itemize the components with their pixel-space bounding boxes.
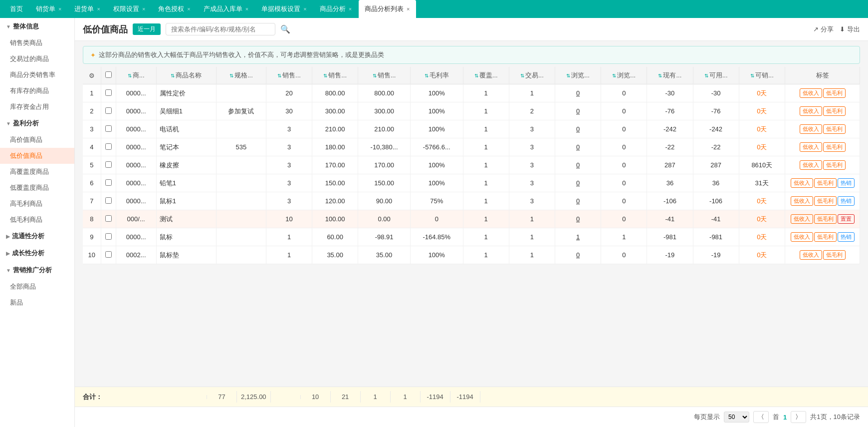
nav-permission[interactable]: 权限设置 ×: [107, 0, 151, 18]
view1-link[interactable]: 0: [576, 161, 580, 169]
search-icon[interactable]: 🔍: [280, 24, 290, 34]
last-page-button[interactable]: 〉: [791, 411, 806, 423]
close-icon[interactable]: ×: [349, 6, 352, 12]
sidebar-group-liquidity[interactable]: ▶ 流通性分析: [0, 228, 74, 245]
close-icon[interactable]: ×: [407, 6, 410, 12]
nav-product-analysis[interactable]: 商品分析 ×: [314, 0, 358, 18]
col-spec[interactable]: ⇅规格...: [216, 67, 266, 84]
sidebar-item-low-coverage[interactable]: 低覆盖度商品: [0, 180, 74, 196]
data-table-container[interactable]: ⚙ ⇅商... ⇅商品名称 ⇅规格... ⇅销售... ⇅销售... ⇅销售..…: [83, 67, 860, 387]
sidebar-item-all-goods[interactable]: 全部商品: [0, 279, 74, 295]
col-sellable[interactable]: ⇅可销...: [739, 67, 785, 84]
row-select-checkbox[interactable]: [105, 251, 112, 258]
row-view1[interactable]: 0: [555, 210, 601, 228]
row-select-checkbox[interactable]: [105, 179, 112, 186]
nav-role-auth[interactable]: 角色授权 ×: [152, 0, 196, 18]
close-icon[interactable]: ×: [58, 6, 61, 12]
col-current[interactable]: ⇅现有...: [647, 67, 693, 84]
col-sale-amount[interactable]: ⇅销售...: [312, 67, 358, 84]
sidebar-item-stock-goods[interactable]: 有库存的商品: [0, 83, 74, 99]
row-checkbox[interactable]: [101, 210, 116, 228]
row-select-checkbox[interactable]: [105, 233, 112, 240]
row-checkbox[interactable]: [101, 174, 116, 192]
view1-link[interactable]: 0: [576, 107, 580, 115]
row-view1[interactable]: 0: [555, 156, 601, 174]
col-margin[interactable]: ⇅毛利率: [410, 67, 463, 84]
sidebar-item-category-sales-rate[interactable]: 商品分类销售率: [0, 67, 74, 83]
col-name[interactable]: ⇅商品名称: [156, 67, 216, 84]
sidebar-group-profit[interactable]: ▼ 盈利分析: [0, 115, 74, 132]
row-view1[interactable]: 0: [555, 138, 601, 156]
col-code[interactable]: ⇅商...: [116, 67, 156, 84]
period-button[interactable]: 近一月: [133, 23, 161, 35]
row-view1[interactable]: 0: [555, 84, 601, 102]
col-settings[interactable]: ⚙: [83, 67, 101, 84]
view1-link[interactable]: 0: [576, 89, 580, 97]
sidebar-item-high-margin[interactable]: 高毛利商品: [0, 196, 74, 212]
close-icon[interactable]: ×: [187, 6, 190, 12]
first-page-button[interactable]: 〈: [753, 411, 769, 423]
row-checkbox[interactable]: [101, 138, 116, 156]
row-select-checkbox[interactable]: [105, 107, 112, 114]
view1-link[interactable]: 0: [576, 215, 580, 223]
sidebar-group-overall[interactable]: ▼ 整体信息: [0, 18, 74, 35]
share-button[interactable]: ↗ 分享: [813, 25, 834, 34]
close-icon[interactable]: ×: [97, 6, 100, 12]
sidebar-item-high-coverage[interactable]: 高覆盖度商品: [0, 164, 74, 180]
view1-link[interactable]: 0: [576, 143, 580, 151]
view1-link[interactable]: 0: [576, 179, 580, 187]
sidebar-item-sales-goods[interactable]: 销售类商品: [0, 35, 74, 51]
nav-purchase-order[interactable]: 进货单 ×: [68, 0, 106, 18]
row-view1[interactable]: 0: [555, 192, 601, 210]
view1-link[interactable]: 0: [576, 125, 580, 133]
close-icon[interactable]: ×: [142, 6, 145, 12]
export-button[interactable]: ⬇ 导出: [840, 25, 860, 34]
row-checkbox[interactable]: [101, 120, 116, 138]
view1-link[interactable]: 0: [576, 197, 580, 205]
row-select-checkbox[interactable]: [105, 215, 112, 222]
nav-template-settings[interactable]: 单据模板设置 ×: [255, 0, 312, 18]
nav-home[interactable]: 首页: [4, 0, 29, 18]
row-view1[interactable]: 0: [555, 120, 601, 138]
col-sale-qty[interactable]: ⇅销售...: [266, 67, 312, 84]
row-view1[interactable]: 0: [555, 174, 601, 192]
row-checkbox[interactable]: [101, 228, 116, 246]
row-view1[interactable]: 0: [555, 246, 601, 264]
settings-icon[interactable]: ⚙: [89, 72, 95, 79]
close-icon[interactable]: ×: [303, 6, 306, 12]
sidebar-item-low-margin[interactable]: 低毛利商品: [0, 212, 74, 228]
nav-sales-order[interactable]: 销货单 ×: [30, 0, 67, 18]
col-available[interactable]: ⇅可用...: [693, 67, 739, 84]
col-view2[interactable]: ⇅浏览...: [601, 67, 647, 84]
row-select-checkbox[interactable]: [105, 89, 112, 96]
sidebar-item-new-goods[interactable]: 新品: [0, 295, 74, 311]
per-page-select[interactable]: 50 100 200: [724, 412, 749, 423]
view1-link[interactable]: 1: [576, 233, 580, 241]
col-coverage[interactable]: ⇅覆盖...: [463, 67, 509, 84]
search-input[interactable]: [166, 23, 275, 35]
col-trade[interactable]: ⇅交易...: [509, 67, 555, 84]
row-select-checkbox[interactable]: [105, 143, 112, 150]
sidebar-group-marketing[interactable]: ▼ 营销推广分析: [0, 262, 74, 279]
row-checkbox[interactable]: [101, 246, 116, 264]
row-checkbox[interactable]: [101, 156, 116, 174]
nav-product-warehouse[interactable]: 产成品入库单 ×: [198, 0, 254, 18]
view1-link[interactable]: 0: [576, 251, 580, 259]
sidebar-item-high-value[interactable]: 高价值商品: [0, 132, 74, 148]
row-select-checkbox[interactable]: [105, 125, 112, 132]
nav-product-analysis-list[interactable]: 商品分析列表 ×: [359, 0, 416, 18]
col-sale-price[interactable]: ⇅销售...: [358, 67, 411, 84]
sidebar-item-stock-capital[interactable]: 库存资金占用: [0, 99, 74, 115]
sidebar-group-growth[interactable]: ▶ 成长性分析: [0, 245, 74, 262]
row-checkbox[interactable]: [101, 84, 116, 102]
row-checkbox[interactable]: [101, 102, 116, 120]
row-select-checkbox[interactable]: [105, 161, 112, 168]
close-icon[interactable]: ×: [245, 6, 248, 12]
sidebar-item-traded-goods[interactable]: 交易过的商品: [0, 51, 74, 67]
sidebar-item-low-value[interactable]: 低价值商品: [0, 148, 74, 164]
row-checkbox[interactable]: [101, 192, 116, 210]
col-view1[interactable]: ⇅浏览...: [555, 67, 601, 84]
col-checkbox[interactable]: [101, 67, 116, 84]
row-view1[interactable]: 1: [555, 228, 601, 246]
row-select-checkbox[interactable]: [105, 197, 112, 204]
